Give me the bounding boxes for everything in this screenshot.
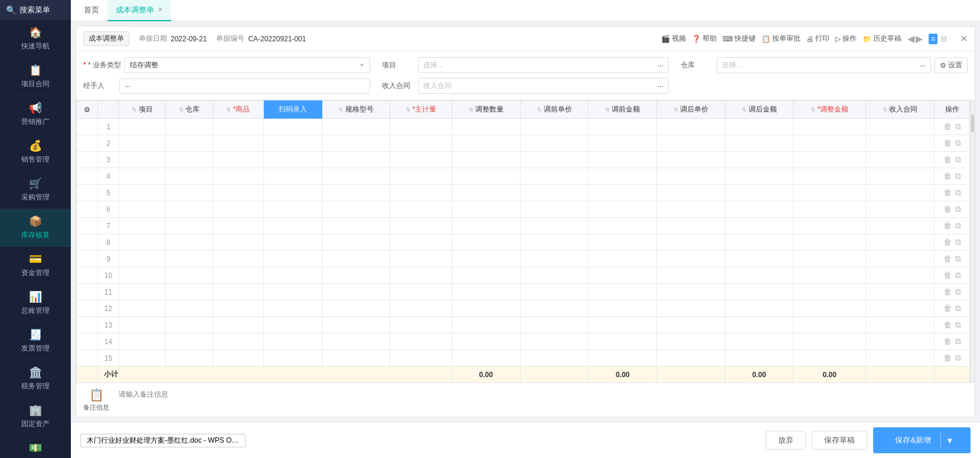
cell-pre-unit-price[interactable] bbox=[520, 168, 589, 185]
cell-spec[interactable] bbox=[322, 185, 390, 201]
cell-scan[interactable] bbox=[264, 317, 322, 333]
sidebar-item-quick-nav[interactable]: 🏠 快速导航 bbox=[0, 20, 71, 58]
cell-post-amount[interactable] bbox=[725, 333, 793, 350]
cell-goods[interactable] bbox=[213, 119, 263, 135]
cell-adjust-qty[interactable] bbox=[452, 119, 520, 135]
cell-goods[interactable] bbox=[213, 168, 263, 185]
history-action[interactable]: 📁 历史草稿 bbox=[863, 34, 901, 44]
delete-row-icon[interactable]: 🗑 bbox=[943, 237, 952, 247]
sidebar-search[interactable]: 🔍 搜索菜单 bbox=[0, 0, 71, 20]
cell-project[interactable] bbox=[119, 267, 166, 284]
cell-adjust-qty[interactable] bbox=[452, 234, 520, 251]
cell-pre-unit-price[interactable] bbox=[520, 152, 589, 168]
delete-row-icon[interactable]: 🗑 bbox=[943, 221, 952, 231]
cell-goods[interactable] bbox=[213, 300, 263, 317]
copy-row-icon[interactable]: ⧉ bbox=[955, 303, 961, 313]
cell-unit[interactable] bbox=[390, 300, 452, 317]
cell-unit[interactable] bbox=[390, 317, 452, 333]
cell-income-contract[interactable] bbox=[866, 135, 935, 152]
cell-unit[interactable] bbox=[390, 119, 452, 135]
cell-project[interactable] bbox=[119, 234, 166, 251]
col-adjust-qty-header[interactable]: ⇅ 调整数量 bbox=[452, 101, 520, 119]
cell-goods[interactable] bbox=[213, 267, 263, 284]
cell-adjust-amount[interactable] bbox=[793, 201, 866, 218]
copy-row-icon[interactable]: ⧉ bbox=[955, 204, 961, 214]
cell-income-contract[interactable] bbox=[866, 218, 935, 234]
cell-warehouse[interactable] bbox=[166, 152, 213, 168]
delete-row-icon[interactable]: 🗑 bbox=[943, 336, 952, 346]
cell-post-amount[interactable] bbox=[725, 201, 793, 218]
cell-spec[interactable] bbox=[322, 284, 390, 300]
copy-row-icon[interactable]: ⧉ bbox=[955, 237, 961, 247]
cell-pre-amount[interactable] bbox=[589, 218, 657, 234]
delete-row-icon[interactable]: 🗑 bbox=[943, 320, 952, 330]
delete-row-icon[interactable]: 🗑 bbox=[943, 171, 952, 181]
cell-income-contract[interactable] bbox=[866, 185, 935, 201]
cell-post-unit-price[interactable] bbox=[656, 119, 725, 135]
delete-row-icon[interactable]: 🗑 bbox=[943, 188, 952, 198]
cell-pre-amount[interactable] bbox=[589, 152, 657, 168]
cell-pre-unit-price[interactable] bbox=[520, 234, 589, 251]
cell-pre-unit-price[interactable] bbox=[520, 201, 589, 218]
cell-adjust-qty[interactable] bbox=[452, 218, 520, 234]
cell-post-unit-price[interactable] bbox=[656, 168, 725, 185]
shortcut-action[interactable]: ⌨ 快捷键 bbox=[723, 34, 756, 44]
cell-adjust-amount[interactable] bbox=[793, 135, 866, 152]
copy-row-icon[interactable]: ⧉ bbox=[955, 353, 961, 363]
cell-adjust-amount[interactable] bbox=[793, 251, 866, 267]
cell-warehouse[interactable] bbox=[166, 284, 213, 300]
cell-post-unit-price[interactable] bbox=[656, 234, 725, 251]
cell-income-contract[interactable] bbox=[866, 350, 935, 367]
cell-income-contract[interactable] bbox=[866, 317, 935, 333]
delete-row-icon[interactable]: 🗑 bbox=[943, 287, 952, 297]
cell-pre-amount[interactable] bbox=[589, 333, 657, 350]
cell-adjust-qty[interactable] bbox=[452, 267, 520, 284]
cell-project[interactable] bbox=[119, 168, 166, 185]
cell-scan[interactable] bbox=[264, 267, 322, 284]
cell-adjust-amount[interactable] bbox=[793, 234, 866, 251]
sidebar-item-sales-mgmt[interactable]: 💰 销售管理 bbox=[0, 133, 71, 171]
sidebar-item-sales-promo[interactable]: 📢 营销推广 bbox=[0, 96, 71, 133]
cell-income-contract[interactable] bbox=[866, 201, 935, 218]
cell-spec[interactable] bbox=[322, 300, 390, 317]
cell-warehouse[interactable] bbox=[166, 300, 213, 317]
copy-row-icon[interactable]: ⧉ bbox=[955, 270, 961, 280]
cell-scan[interactable] bbox=[264, 168, 322, 185]
cell-project[interactable] bbox=[119, 135, 166, 152]
cell-goods[interactable] bbox=[213, 218, 263, 234]
cell-adjust-amount[interactable] bbox=[793, 185, 866, 201]
cell-spec[interactable] bbox=[322, 350, 390, 367]
copy-row-icon[interactable]: ⧉ bbox=[955, 320, 961, 330]
help-action[interactable]: ❓ 帮助 bbox=[692, 34, 717, 44]
form-close-icon[interactable]: ✕ bbox=[960, 33, 968, 44]
cell-post-unit-price[interactable] bbox=[656, 152, 725, 168]
cell-pre-unit-price[interactable] bbox=[520, 333, 589, 350]
cell-scan[interactable] bbox=[264, 333, 322, 350]
cell-spec[interactable] bbox=[322, 317, 390, 333]
cell-pre-unit-price[interactable] bbox=[520, 300, 589, 317]
delete-row-icon[interactable]: 🗑 bbox=[943, 353, 952, 363]
cell-post-unit-price[interactable] bbox=[656, 267, 725, 284]
sidebar-item-invoice-mgmt[interactable]: 🧾 发票管理 bbox=[0, 322, 71, 360]
cell-warehouse[interactable] bbox=[166, 185, 213, 201]
cell-post-unit-price[interactable] bbox=[656, 284, 725, 300]
cell-post-unit-price[interactable] bbox=[656, 201, 725, 218]
cell-adjust-amount[interactable] bbox=[793, 152, 866, 168]
cell-pre-unit-price[interactable] bbox=[520, 251, 589, 267]
cell-post-amount[interactable] bbox=[725, 218, 793, 234]
delete-row-icon[interactable]: 🗑 bbox=[943, 303, 952, 313]
cell-spec[interactable] bbox=[322, 234, 390, 251]
cell-adjust-amount[interactable] bbox=[793, 267, 866, 284]
cell-adjust-amount[interactable] bbox=[793, 218, 866, 234]
project-input[interactable]: 选择... ··· bbox=[418, 57, 669, 73]
table-container[interactable]: ⚙ ⇅ 项目 ⇅ 仓库 ⇅ *商品 扫码录入 ⇅ 规格型号 ⇅ *主计量 ⇅ 调… bbox=[76, 100, 970, 382]
cell-unit[interactable] bbox=[390, 333, 452, 350]
cell-spec[interactable] bbox=[322, 152, 390, 168]
cell-pre-unit-price[interactable] bbox=[520, 119, 589, 135]
cell-scan[interactable] bbox=[264, 284, 322, 300]
remarks-icon[interactable]: 📋 备注信息 bbox=[83, 388, 109, 412]
cell-warehouse[interactable] bbox=[166, 333, 213, 350]
cell-spec[interactable] bbox=[322, 251, 390, 267]
discard-button[interactable]: 放弃 bbox=[766, 431, 806, 450]
cell-unit[interactable] bbox=[390, 152, 452, 168]
